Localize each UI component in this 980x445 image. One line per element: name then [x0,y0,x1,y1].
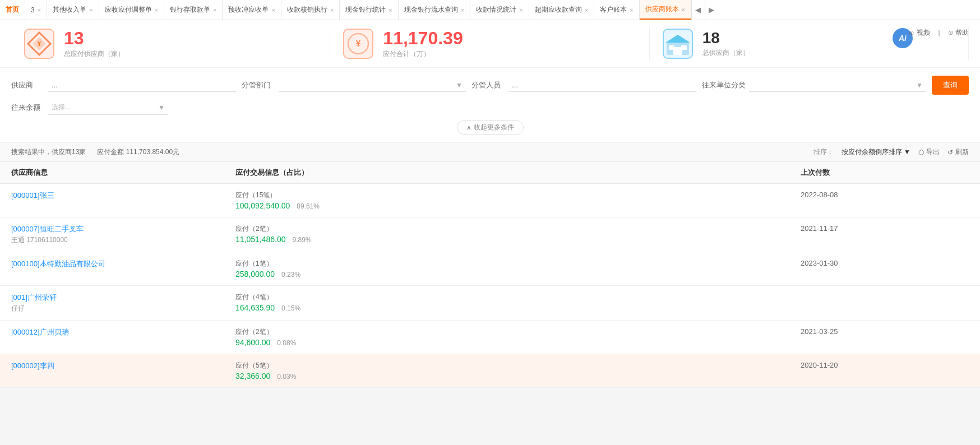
close-supplier-ledger[interactable]: × [682,6,685,13]
collapse-up-icon: ∧ [466,124,471,132]
filter-row-2: 往来余额 选择... ▼ [11,100,969,115]
tx-amount-1: 100,092,540.00 [235,201,290,210]
table-header: 供应商信息 应付交易信息（占比） 上次付数 [0,162,980,184]
stats-bar: ¥ 13 总应付供应商（家） ¥ 11,170.39 应付合计（万） [0,20,980,68]
balance-select[interactable]: 选择... ▼ [48,100,168,115]
category-filter-label: 往来单位分类 [702,80,746,90]
category-select[interactable]: ▼ [749,79,927,92]
supplier-link-6[interactable]: [000002]李四 [11,361,54,370]
svg-text:¥: ¥ [356,39,361,48]
supplier-link-3[interactable]: [000100]本特勤油品有限公司 [11,259,105,268]
stat-info-2: 11,170.39 应付合计（万） [383,29,463,59]
nav-tab-cash-bank-flow[interactable]: 现金银行流水查询 × [399,0,470,20]
tab-3-label: 3 [31,6,35,14]
payment-stats-label: 收款情况统计 [476,5,516,15]
nav-tab-other-income[interactable]: 其他收入单 × [47,0,99,20]
sort-value[interactable]: 按应付余额倒序排序 ▼ [842,147,910,157]
supplier-link-4[interactable]: [001]广州荣轩 [11,293,57,302]
refresh-button[interactable]: ↺ 刷新 [947,147,969,157]
supplier-info-4: [001]广州荣轩 仔仔 [11,293,235,313]
nav-tab-overdue-ar[interactable]: 超期应收款查询 × [529,0,594,20]
supplier-link-2[interactable]: [000007]恒旺二手叉车 [11,225,84,233]
cash-bank-stats-label: 现金银行统计 [345,5,386,15]
close-payment-stats[interactable]: × [519,7,523,13]
supplier-count: 搜索结果中，供应商13家 [11,147,86,157]
category-dropdown-arrow: ▼ [916,81,923,89]
close-ar-ap-adjust[interactable]: × [155,7,158,13]
collapse-label: 收起更多条件 [474,123,514,132]
stat-number-3: 18 [702,30,750,46]
home-tab-label: 首页 [6,5,19,15]
nav-tab-supplier-ledger[interactable]: 供应商账本 × [640,0,691,20]
tx-label-3: 应付（1笔） [235,259,801,268]
supplier-payable-icon: ¥ [22,27,56,61]
nav-tab-ar-ap-adjust[interactable]: 应收应付调整单 × [99,0,164,20]
nav-tab-payment-verify[interactable]: 收款核销执行 × [281,0,340,20]
supplier-filter-label: 供应商 [11,80,45,90]
collapse-button[interactable]: ∧ 收起更多条件 [457,120,524,135]
nav-prev-arrow[interactable]: ◀ [691,0,705,20]
tx-info-4: 应付（4笔） 164,635.90 0.15% [235,293,801,312]
supplier-input[interactable] [48,78,236,92]
collapse-row: ∧ 收起更多条件 [11,120,969,135]
tx-info-2: 应付（2笔） 11,051,486.00 9.89% [235,224,801,244]
table-row: [000100]本特勤油品有限公司 应付（1笔） 258,000.00 0.23… [0,252,980,286]
supplier-info-3: [000100]本特勤油品有限公司 [11,259,235,269]
header-last-payment: 上次付数 [801,168,969,178]
nav-tab-payment-stats[interactable]: 收款情况统计 × [470,0,529,20]
nav-tab-bank-deposit[interactable]: 银行存取款单 × [164,0,223,20]
filter-supplier: 供应商 [11,78,236,92]
nav-tab-home[interactable]: 首页 [0,0,25,20]
tx-amount-2: 11,051,486.00 [235,235,286,244]
table-row-inner-3: [000100]本特勤油品有限公司 应付（1笔） 258,000.00 0.23… [0,252,980,285]
nav-tab-prepaid-ar[interactable]: 预收冲应收单 × [223,0,281,20]
filter-row-1: 供应商 分管部门 ▼ 分管人员 往来单位分类 ▼ 查询 [11,76,969,95]
help-link[interactable]: ⊙ 帮助 [948,28,969,38]
sort-label: 排序： [813,147,834,157]
supplier-link-1[interactable]: [000001]张三 [11,191,54,200]
svg-rect-11 [669,45,674,50]
supplier-sub-2: 王通 17106110000 [11,235,235,245]
close-overdue-ar[interactable]: × [585,7,588,13]
tx-info-6: 应付（5笔） 32,366.00 0.03% [235,361,801,381]
last-pay-3: 2023-01-30 [801,259,969,267]
close-customer-ledger[interactable]: × [630,7,633,13]
ar-ap-adjust-label: 应收应付调整单 [105,5,152,15]
stat-label-3: 总供应商（家） [702,48,750,58]
dept-select[interactable]: ▼ [279,79,466,92]
nav-next-arrow[interactable]: ▶ [705,0,718,20]
table-row-inner-6: [000002]李四 应付（5笔） 32,366.00 0.03% 2020-1… [0,354,980,387]
result-info: 搜索结果中，供应商13家 应付金额 111,703,854.00元 [11,147,179,157]
video-link[interactable]: ⊙ 视频 [909,28,930,38]
nav-tab-customer-ledger[interactable]: 客户账本 × [594,0,639,20]
header-supplier: 供应商信息 [11,168,235,178]
nav-tab-3[interactable]: 3 × [25,0,47,20]
tx-amount-4: 164,635.90 [235,303,275,312]
stat-number-2: 11,170.39 [383,29,463,47]
header-transaction: 应付交易信息（占比） [235,168,801,178]
close-tab-3[interactable]: × [38,7,41,13]
supplier-link-5[interactable]: [000012]广州贝瑞 [11,328,69,336]
person-input[interactable] [509,78,696,92]
balance-dropdown-arrow: ▼ [158,104,165,112]
close-other-income[interactable]: × [89,7,93,13]
close-bank-deposit[interactable]: × [213,7,216,13]
supplier-sub-4: 仔仔 [11,304,235,313]
close-cash-bank-stats[interactable]: × [389,7,392,13]
person-filter-label: 分管人员 [471,80,505,90]
tx-label-2: 应付（2笔） [235,224,801,234]
tx-amount-6: 32,366.00 [235,372,270,381]
close-cash-bank-flow[interactable]: × [461,7,464,13]
export-button[interactable]: ⬡ 导出 [918,147,940,157]
export-label: 导出 [926,147,940,157]
close-payment-verify[interactable]: × [330,7,334,13]
query-button[interactable]: 查询 [932,76,969,95]
export-icon: ⬡ [918,149,924,156]
stat-block-1: ¥ 13 总应付供应商（家） [11,27,330,61]
table-row: [000001]张三 应付（15笔） 100,092,540.00 89.61%… [0,184,980,217]
close-prepaid-ar[interactable]: × [271,7,275,13]
refresh-icon: ↺ [947,149,953,156]
nav-tab-cash-bank-stats[interactable]: 现金银行统计 × [340,0,398,20]
table-row: [000007]恒旺二手叉车 王通 17106110000 应付（2笔） 11,… [0,217,980,252]
supplier-ledger-label: 供应商账本 [645,4,679,14]
